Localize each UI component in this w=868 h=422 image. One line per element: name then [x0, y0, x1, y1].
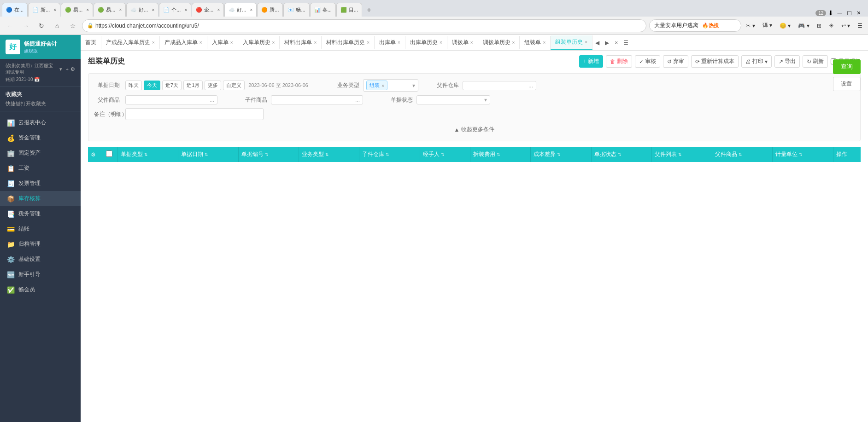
th-handler[interactable]: 经手人 ⇅: [420, 147, 470, 162]
sidebar-item-finance[interactable]: 💰 资金管理: [0, 130, 81, 145]
approve-button[interactable]: ✓ 审核: [635, 55, 660, 68]
page-tab-in-hist[interactable]: 入库单历史 ×: [238, 36, 280, 49]
status-input[interactable]: ▾: [416, 95, 490, 104]
sidebar-item-invoice[interactable]: 🧾 发票管理: [0, 176, 81, 191]
refresh-button[interactable]: ↻ 刷新: [803, 55, 828, 68]
query-button[interactable]: 查询: [833, 59, 861, 74]
select-all-checkbox[interactable]: [106, 150, 112, 157]
page-tab-dial-hist[interactable]: 调拨单历史 ×: [478, 36, 520, 49]
sun-tool[interactable]: ☀: [827, 22, 836, 30]
browser-tab-4[interactable]: 🟢 易... ×: [94, 3, 126, 17]
sidebar-item-settle[interactable]: 💳 结账: [0, 221, 81, 237]
minimize-button[interactable]: ─: [835, 9, 844, 17]
date-btn-yesterday[interactable]: 昨天: [125, 81, 142, 90]
page-tab-close-in-hist[interactable]: ×: [272, 40, 275, 45]
th-unit[interactable]: 计量单位 ⇅: [773, 147, 833, 162]
page-tab-close-dial[interactable]: ×: [470, 40, 473, 45]
page-tab-assemble-hist[interactable]: 组装单历史 ×: [551, 35, 592, 50]
delete-button[interactable]: 🗑 删除: [606, 55, 632, 68]
print-button[interactable]: 🖨 打印 ▾: [741, 55, 772, 68]
page-tab-close-out[interactable]: ×: [398, 40, 400, 45]
sidebar-item-member[interactable]: ✅ 畅会员: [0, 282, 81, 297]
th-bill-type[interactable]: 单据类型 ⇅: [117, 147, 178, 162]
search-bar[interactable]: 大量安卓用户逃离 🔥热搜: [649, 19, 741, 32]
th-biz-type[interactable]: 业务类型 ⇅: [299, 147, 359, 162]
tab-close-8[interactable]: ×: [250, 7, 252, 12]
tab-close-7[interactable]: ×: [217, 7, 220, 12]
menu-button[interactable]: ☰: [856, 22, 864, 30]
page-tab-close-assemble[interactable]: ×: [543, 40, 545, 45]
home-button[interactable]: ⌂: [51, 19, 64, 32]
page-tab-mat-out-hist[interactable]: 材料出库单历史 ×: [322, 36, 375, 49]
tab-close-5[interactable]: ×: [152, 7, 154, 12]
parent-goods-input[interactable]: ...: [125, 95, 217, 104]
undo-tool[interactable]: ↩ ▾: [839, 22, 852, 30]
page-tab-out-hist[interactable]: 出库单历史 ×: [405, 36, 447, 49]
date-btn-more[interactable]: 更多: [205, 81, 221, 90]
url-bar[interactable]: 🔒 https://cloud.chanjet.com/accounting/u…: [82, 19, 646, 32]
page-tab-assemble[interactable]: 组装单 ×: [520, 36, 551, 49]
th-disassemble-fee[interactable]: 拆装费用 ⇅: [470, 147, 531, 162]
date-btn-today[interactable]: 今天: [144, 81, 160, 90]
translate-tool[interactable]: 译 ▾: [761, 21, 774, 30]
browser-tab-5[interactable]: ☁️ 好... ×: [126, 3, 158, 17]
reload-button[interactable]: ↻: [35, 19, 48, 32]
page-tab-dial[interactable]: 调拨单 ×: [447, 36, 478, 49]
browser-tab-6[interactable]: 📄 个... ×: [159, 3, 191, 17]
browser-tab-7[interactable]: 🔴 企... ×: [192, 3, 224, 17]
page-tab-close-prod-in[interactable]: ×: [199, 40, 202, 45]
account-settings-icon[interactable]: ⚙: [70, 66, 75, 72]
sidebar-item-archive[interactable]: 📁 归档管理: [0, 237, 81, 252]
setting-filter-button[interactable]: 设置: [833, 77, 861, 91]
th-settings[interactable]: ⚙: [88, 147, 103, 162]
browser-tab-8[interactable]: ☁️ 好... ×: [224, 3, 257, 17]
tab-close-4[interactable]: ×: [119, 7, 122, 12]
page-tab-close-dial-hist[interactable]: ×: [512, 40, 515, 45]
th-bill-date[interactable]: 单据日期 ⇅: [178, 147, 238, 162]
recalc-button[interactable]: ⟳ 重新计算成本: [691, 55, 739, 68]
th-parent-goods[interactable]: 父件商品 ⇅: [712, 147, 772, 162]
page-tab-home[interactable]: 首页: [81, 36, 101, 49]
new-button[interactable]: + 新增: [579, 55, 603, 68]
tab-close-6[interactable]: ×: [184, 7, 187, 12]
browser-tab-3[interactable]: 🟢 易... ×: [61, 3, 93, 17]
print-dropdown-icon[interactable]: ▾: [765, 58, 768, 65]
sidebar-item-basic[interactable]: ⚙️ 基础设置: [0, 252, 81, 267]
bookmark-button[interactable]: ☆: [66, 19, 79, 32]
add-account-icon[interactable]: +: [66, 66, 69, 72]
tab-close-all[interactable]: ×: [612, 37, 621, 49]
downloads-icon[interactable]: ⬇: [828, 9, 833, 17]
sidebar-item-tax[interactable]: 📑 税务管理: [0, 206, 81, 221]
biz-type-dropdown-icon[interactable]: ▾: [412, 82, 415, 89]
page-tab-close-mat-out[interactable]: ×: [314, 40, 317, 45]
date-btn-7days[interactable]: 近7天: [162, 81, 182, 90]
status-dropdown-icon[interactable]: ▾: [484, 97, 487, 103]
page-tab-close-prod-in-hist[interactable]: ×: [152, 40, 155, 45]
date-btn-1month[interactable]: 近1月: [183, 81, 203, 90]
calendar-icon[interactable]: 📅: [34, 77, 40, 82]
account-dropdown-icon[interactable]: ▾: [59, 66, 62, 72]
page-tab-close-assemble-hist[interactable]: ×: [585, 40, 587, 45]
page-tab-close-out-hist[interactable]: ×: [440, 40, 442, 45]
maximize-button[interactable]: □: [845, 9, 853, 17]
tab-close-3[interactable]: ×: [86, 7, 89, 12]
biz-type-tag-close[interactable]: ×: [381, 83, 384, 88]
page-tab-in[interactable]: 入库单 ×: [207, 36, 238, 49]
forward-button[interactable]: →: [19, 19, 32, 32]
th-bill-no[interactable]: 单据编号 ⇅: [238, 147, 299, 162]
game-tool[interactable]: 🎮 ▾: [796, 22, 811, 30]
th-child-warehouse[interactable]: 子件仓库 ⇅: [359, 147, 420, 162]
parent-warehouse-dots[interactable]: ...: [528, 82, 533, 89]
remarks-input[interactable]: [125, 108, 264, 120]
scissors-tool[interactable]: ✂ ▾: [744, 22, 757, 30]
th-cost-diff[interactable]: 成本差异 ⇅: [531, 147, 591, 162]
sidebar-item-report[interactable]: 📊 云报表中心: [0, 115, 81, 130]
page-tab-prod-in[interactable]: 产成品入库单 ×: [160, 36, 207, 49]
sidebar-item-guide[interactable]: 🆕 新手引导: [0, 267, 81, 282]
page-tab-close-mat-out-hist[interactable]: ×: [367, 40, 369, 45]
close-button[interactable]: ×: [855, 9, 862, 17]
favorites-shortcut[interactable]: 快捷键打开收藏夹: [6, 100, 75, 107]
child-goods-input[interactable]: ...: [271, 95, 363, 104]
tab-scroll-left[interactable]: ◀: [592, 37, 602, 49]
grid-tool[interactable]: ⊞: [815, 22, 823, 30]
